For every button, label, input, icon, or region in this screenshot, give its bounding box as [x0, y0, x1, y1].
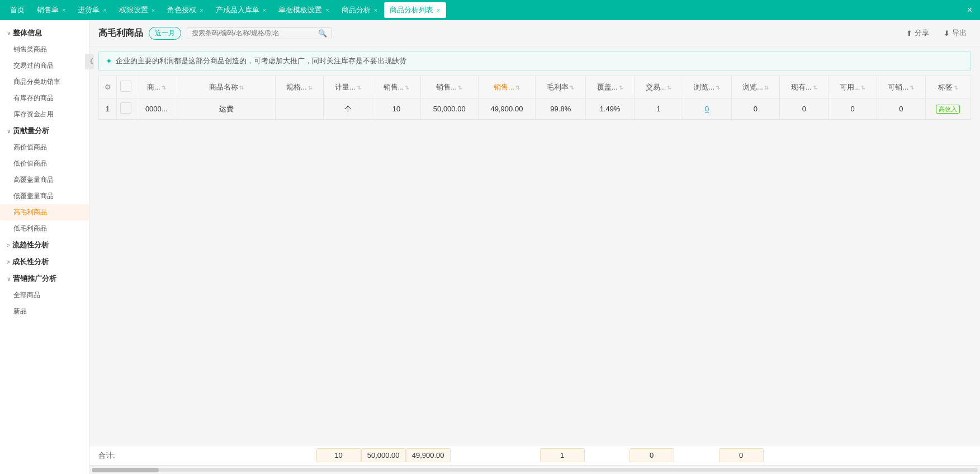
scroll-track[interactable]: [92, 468, 978, 472]
nav-item-权限设置[interactable]: 权限设置×: [113, 2, 160, 18]
nav-close-销售单[interactable]: ×: [62, 7, 65, 13]
footer-saleable: 0: [719, 448, 764, 462]
gross-margin-column-header[interactable]: 毛利率⇅: [536, 76, 586, 98]
sidebar-item-全部商品[interactable]: 全部商品: [0, 287, 89, 303]
footer-totals-row: 合计:1050,000.0049,900.00100: [98, 448, 971, 462]
table-container: ⚙ 商...⇅ 商品名称⇅ 规格...⇅ 计量...⇅ 销售...⇅ 销售...…: [89, 76, 980, 445]
sidebar-item-低价值商品[interactable]: 低价值商品: [0, 156, 89, 172]
sidebar-group-label: 营销推广分析: [13, 274, 56, 284]
sidebar-item-高毛利商品[interactable]: 高毛利商品: [0, 204, 89, 220]
sidebar-group-整体信息[interactable]: ∨整体信息: [0, 25, 89, 41]
sidebar-group-label: 成长性分析: [12, 257, 49, 267]
nav-close-权限设置[interactable]: ×: [152, 7, 155, 13]
nav-close-角色授权[interactable]: ×: [200, 7, 203, 13]
browse1-column-header[interactable]: 浏览...⇅: [683, 76, 731, 98]
available-column-header[interactable]: 可用...⇅: [828, 76, 877, 98]
sidebar-group-营销推广分析[interactable]: ∨营销推广分析: [0, 270, 89, 287]
sidebar-item-商品分类助销率[interactable]: 商品分类助销率: [0, 74, 89, 90]
horizontal-scrollbar[interactable]: [89, 465, 980, 474]
chevron-icon: ∨: [7, 276, 11, 282]
nav-close-产成品入库单[interactable]: ×: [263, 7, 266, 13]
table-header-row: ⚙ 商...⇅ 商品名称⇅ 规格...⇅ 计量...⇅ 销售...⇅ 销售...…: [99, 76, 971, 98]
footer-browse2: 0: [629, 448, 674, 462]
chevron-icon: ∨: [7, 128, 11, 134]
sidebar-group-贡献量分析[interactable]: ∨贡献量分析: [0, 123, 89, 139]
export-button[interactable]: ⬇ 导出: [939, 26, 971, 40]
row-tag: 高收入: [936, 105, 960, 114]
footer-bar: 合计:1050,000.0049,900.00100: [89, 445, 980, 465]
row-browse1[interactable]: 0: [683, 98, 731, 120]
sales-cost-column-header[interactable]: 销售...⇅: [478, 76, 536, 98]
sidebar-item-有库存的商品[interactable]: 有库存的商品: [0, 90, 89, 106]
sidebar-item-低覆盖量商品[interactable]: 低覆盖量商品: [0, 188, 89, 204]
top-navigation: 首页销售单×进货单×权限设置×角色授权×产成品入库单×单据模板设置×商品分析×商…: [0, 0, 980, 20]
footer-total-label: 合计:: [98, 450, 115, 461]
sidebar-item-交易过的商品[interactable]: 交易过的商品: [0, 58, 89, 74]
unit-column-header[interactable]: 计量...⇅: [324, 76, 372, 98]
sidebar-group-label: 整体信息: [13, 28, 42, 38]
sidebar-collapse-button[interactable]: 《: [85, 54, 94, 69]
browse2-column-header[interactable]: 浏览...⇅: [731, 76, 780, 98]
nav-close-进货单[interactable]: ×: [103, 7, 106, 13]
row-saleable: 0: [877, 98, 925, 120]
nav-item-进货单[interactable]: 进货单×: [72, 2, 112, 18]
coverage-column-header[interactable]: 覆盖...⇅: [586, 76, 635, 98]
name-column-header[interactable]: 商品名称⇅: [178, 76, 275, 98]
nav-item-商品分析列表[interactable]: 商品分析列表×: [384, 2, 446, 18]
nav-close-单据模板设置[interactable]: ×: [325, 7, 329, 13]
table-row: 10000...运费个1050,000.0049,900.0099.8%1.49…: [99, 98, 971, 120]
sidebar-group-成长性分析[interactable]: >成长性分析: [0, 254, 89, 270]
sidebar-group-label: 流趋性分析: [12, 240, 49, 250]
code-column-header[interactable]: 商...⇅: [135, 76, 178, 98]
sales-qty-column-header[interactable]: 销售...⇅: [372, 76, 421, 98]
sidebar-item-高覆盖量商品[interactable]: 高覆盖量商品: [0, 172, 89, 188]
sidebar-item-低毛利商品[interactable]: 低毛利商品: [0, 220, 89, 237]
sidebar: ∨整体信息销售类商品交易过的商品商品分类助销率有库存的商品库存资金占用∨贡献量分…: [0, 20, 89, 474]
saleable-column-header[interactable]: 可销...⇅: [877, 76, 925, 98]
row-checkbox[interactable]: [120, 102, 131, 114]
search-input[interactable]: [192, 29, 316, 37]
checkbox-column-header[interactable]: [117, 76, 135, 98]
row-current: 0: [780, 98, 828, 120]
app-close-button[interactable]: ×: [964, 5, 976, 15]
row-gross-margin: 99.8%: [536, 98, 586, 120]
spec-column-header[interactable]: 规格...⇅: [275, 76, 324, 98]
share-button[interactable]: ⬆ 分享: [902, 26, 934, 40]
info-text: 企业的主要的利润都是这部分商品创造的，可考虑加大推广，同时关注库存是不要出现缺货: [116, 56, 406, 66]
scroll-thumb[interactable]: [92, 468, 159, 472]
sidebar-group-流趋性分析[interactable]: >流趋性分析: [0, 237, 89, 254]
chevron-icon: ∨: [7, 30, 11, 36]
tag-column-header[interactable]: 标签⇅: [925, 76, 970, 98]
filter-recent-month[interactable]: 近一月: [149, 27, 181, 40]
current-column-header[interactable]: 现有...⇅: [780, 76, 828, 98]
sidebar-item-库存资金占用[interactable]: 库存资金占用: [0, 106, 89, 123]
search-icon[interactable]: 🔍: [318, 29, 327, 37]
footer-sales-cost: 49,900.00: [406, 448, 451, 462]
info-icon: ✦: [106, 57, 112, 65]
page-title: 高毛利商品: [98, 27, 143, 39]
collapse-icon: 《: [86, 57, 93, 67]
nav-item-单据模板设置[interactable]: 单据模板设置×: [273, 2, 334, 18]
nav-close-商品分析列表[interactable]: ×: [437, 7, 440, 13]
sidebar-item-高价值商品[interactable]: 高价值商品: [0, 139, 89, 156]
search-box[interactable]: 🔍: [187, 27, 332, 39]
row-checkbox-cell[interactable]: [117, 98, 135, 120]
nav-item-商品分析[interactable]: 商品分析×: [336, 2, 383, 18]
nav-item-销售单[interactable]: 销售单×: [31, 2, 71, 18]
chevron-icon: >: [7, 259, 10, 265]
footer-sales-qty: 10: [316, 448, 361, 462]
sidebar-item-新品[interactable]: 新品: [0, 303, 89, 320]
sidebar-item-销售类商品[interactable]: 销售类商品: [0, 41, 89, 58]
nav-item-角色授权[interactable]: 角色授权×: [162, 2, 209, 18]
nav-item-产成品入库单[interactable]: 产成品入库单×: [210, 2, 272, 18]
row-unit: 个: [324, 98, 372, 120]
share-label: 分享: [915, 28, 929, 38]
trade-column-header[interactable]: 交易...⇅: [635, 76, 683, 98]
footer-sales-amount: 50,000.00: [361, 448, 406, 462]
footer-trade: 1: [540, 448, 585, 462]
sales-amount-column-header[interactable]: 销售...⇅: [420, 76, 478, 98]
settings-column-header[interactable]: ⚙: [99, 76, 117, 98]
info-banner: ✦ 企业的主要的利润都是这部分商品创造的，可考虑加大推广，同时关注库存是不要出现…: [98, 51, 971, 71]
nav-item-首页[interactable]: 首页: [4, 2, 30, 18]
nav-close-商品分析[interactable]: ×: [374, 7, 377, 13]
